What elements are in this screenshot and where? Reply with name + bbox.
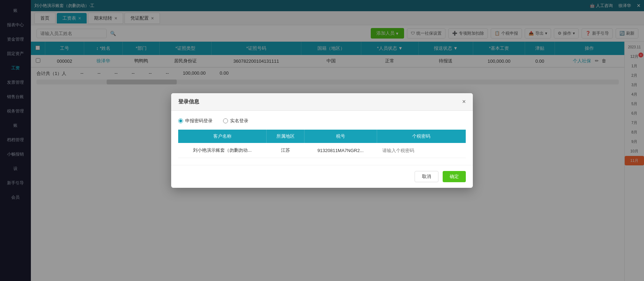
region-cell: 江苏 — [267, 143, 304, 158]
confirm-button[interactable]: 确定 — [443, 171, 466, 182]
dialog-body: 申报密码登录 实名登录 客户名称 所属地区 税号 个税密码 — [171, 111, 473, 165]
col-tax-password: 个税密码 — [377, 130, 465, 143]
realname-login-option[interactable]: 实名登录 — [223, 118, 248, 124]
login-type-group: 申报密码登录 实名登录 — [178, 118, 466, 124]
dialog-close-button[interactable]: × — [462, 98, 466, 105]
dialog-header: 登录信息 × — [171, 93, 473, 111]
password-login-radio[interactable] — [178, 118, 183, 123]
client-name-cell: 刘小艳演示账套（勿删勿动... — [178, 143, 267, 158]
password-login-label: 申报密码登录 — [185, 118, 213, 124]
col-client-name: 客户名称 — [178, 130, 267, 143]
cancel-button[interactable]: 取消 — [415, 171, 438, 182]
col-region: 所属地区 — [267, 130, 304, 143]
dialog-title: 登录信息 — [178, 98, 199, 105]
tax-password-cell[interactable] — [377, 143, 465, 158]
col-tax-id: 税号 — [304, 130, 377, 143]
realname-login-label: 实名登录 — [230, 118, 248, 124]
tax-id-cell: 91320811MA7NGR2... — [304, 143, 377, 158]
client-table-row: 刘小艳演示账套（勿删勿动... 江苏 91320811MA7NGR2... — [178, 143, 466, 158]
dialog-footer: 取消 确定 — [171, 165, 473, 188]
login-dialog: 登录信息 × 申报密码登录 实名登录 — [171, 93, 473, 188]
client-table: 客户名称 所属地区 税号 个税密码 刘小艳演示账套（勿删勿动... 江苏 913… — [178, 130, 466, 158]
dialog-overlay: 登录信息 × 申报密码登录 实名登录 — [0, 0, 644, 281]
realname-login-radio[interactable] — [223, 118, 228, 123]
tax-password-input[interactable] — [382, 148, 460, 153]
password-login-option[interactable]: 申报密码登录 — [178, 118, 213, 124]
